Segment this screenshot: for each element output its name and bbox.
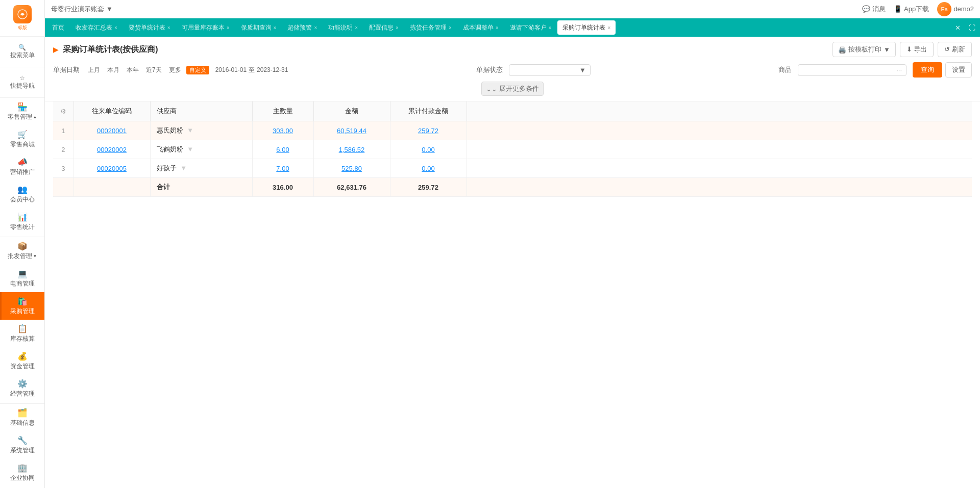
shortcut-this-year[interactable]: 本年 [125,65,141,75]
table-head: ⚙ 往来单位编码 供应商 主数量 金额 [53,101,972,121]
tab-2[interactable]: 要货单统计表 × [124,20,176,35]
tab-4[interactable]: 保质期查询 × [236,20,282,35]
tab-7[interactable]: 配置信息 × [364,20,404,35]
tab-8[interactable]: 拣货任务管理 × [405,20,457,35]
tab-11-close-icon[interactable]: × [607,25,610,31]
sidebar-item-member[interactable]: 👥 会员中心 [0,181,44,208]
message-btn[interactable]: 💬 消息 [862,5,886,14]
row-1-code-link[interactable]: 00020001 [97,127,127,135]
row-2-code-link[interactable]: 00020002 [97,146,127,153]
footer-qty-val: 316.00 [273,184,293,191]
shortcut-more[interactable]: 更多 [167,65,183,75]
row-1-supplier-arrow[interactable]: ▼ [187,126,193,134]
search-menu-area[interactable]: 🔍 搜索菜单 [0,37,44,67]
custom-date-badge[interactable]: 自定义 [186,66,209,74]
refresh-btn[interactable]: ↺ 刷新 [938,42,972,57]
operation-icon: ⚙️ [17,379,28,389]
footer-empty-1 [53,178,74,197]
sidebar-item-retail-stat[interactable]: 📊 零售统计 [0,208,44,236]
sidebar-item-wholesale[interactable]: 📦 批发管理 ▼ [0,237,44,265]
wholesale-icon: 📦 [17,241,28,251]
shortcut-7days[interactable]: 近7天 [144,65,164,75]
shortcut-nav-area[interactable]: ☆ 快捷导航 [0,67,44,98]
sidebar-item-purchase[interactable]: 🛍️ 采购管理 [0,292,44,320]
tab-5-close-icon[interactable]: × [314,25,317,31]
tab-8-close-icon[interactable]: × [449,25,452,31]
row-3-extra [467,159,972,178]
sidebar-item-enterprise[interactable]: 🏢 企业协同 [0,459,44,486]
tab-11[interactable]: 采购订单统计表 × [557,20,616,35]
tab-9-close-icon[interactable]: × [496,25,499,31]
query-btn[interactable]: 查询 [913,62,942,78]
tab-10-label: 邀请下游客户 [510,23,547,32]
tab-10[interactable]: 邀请下游客户 × [505,20,557,35]
row-3-supplier-arrow[interactable]: ▼ [180,164,187,172]
footer-qty: 316.00 [252,178,313,197]
shortcut-nav-item[interactable]: ☆ 快捷导航 [4,71,40,93]
shortcut-last-month[interactable]: 上月 [86,65,102,75]
expand-more-btn[interactable]: ⌄⌄ 展开更多条件 [481,82,544,96]
page-inner: ▶ 采购订单统计表(按供应商) 🖨️ 按模板打印 ▼ ⬇ 导出 ↺ 刷新 [45,37,980,488]
tab-10-close-icon[interactable]: × [549,25,552,31]
row-1-paid-link[interactable]: 259.72 [418,127,438,135]
row-3-qty-link[interactable]: 7.00 [276,165,289,172]
company-selector[interactable]: 母婴行业演示账套 ▼ [51,5,113,14]
search-menu-label: 搜索菜单 [10,51,35,60]
tab-4-close-icon[interactable]: × [274,25,277,31]
status-select[interactable]: ▼ [509,64,591,76]
tab-9[interactable]: 成本调整单 × [458,20,504,35]
sidebar-item-system[interactable]: 🔧 系统管理 [0,431,44,459]
row-1-amount-link[interactable]: 60,519.44 [337,127,366,135]
tab-8-label: 拣货任务管理 [410,23,447,32]
sidebar-item-retail-mall[interactable]: 🛒 零售商城 [0,125,44,153]
date-from[interactable]: 2016-01-01 [215,66,247,73]
sidebar-item-ecommerce[interactable]: 💻 电商管理 [0,265,44,292]
settings-btn[interactable]: 设置 [945,62,972,78]
filter-bar: 单据日期 上月 本月 本年 近7天 更多 自定义 2016-01-01 至 20… [45,57,980,101]
sidebar-item-inventory[interactable]: 📋 库存核算 [0,320,44,347]
row-3-paid-link[interactable]: 0.00 [422,165,434,172]
sidebar-item-operation[interactable]: ⚙️ 经营管理 [0,375,44,402]
goods-search-input[interactable] [802,66,894,74]
tab-1[interactable]: 收发存汇总表 × [70,20,122,35]
sidebar-item-finance[interactable]: 💰 资金管理 [0,347,44,375]
close-tab-btn[interactable]: ✕ [951,21,964,34]
tab-2-close-icon[interactable]: × [167,25,170,31]
tab-7-close-icon[interactable]: × [396,25,399,31]
tab-6[interactable]: 功能说明 × [323,20,363,35]
fullscreen-btn[interactable]: ⛶ [966,21,978,34]
sidebar-item-retail[interactable]: 🏪 零售管理 ▲ [0,98,44,125]
row-2-supplier-arrow[interactable]: ▼ [187,145,193,153]
row-3-code-link[interactable]: 00020005 [97,165,127,172]
app-download-btn[interactable]: 📱 App下载 [894,5,929,14]
tab-3-close-icon[interactable]: × [227,25,230,31]
tab-5[interactable]: 超储预警 × [282,20,322,35]
col-settings-icon[interactable]: ⚙ [60,108,66,115]
row-2-paid-link[interactable]: 0.00 [422,146,434,153]
export-label: 导出 [914,45,927,53]
toggle-filter-btn[interactable]: ▶ [53,45,59,54]
row-2-amount-link[interactable]: 1,586.52 [339,146,365,153]
export-btn[interactable]: ⬇ 导出 [900,42,934,57]
avatar-text: Ea [941,6,948,12]
sidebar-item-basic[interactable]: 🗂️ 基础信息 [0,404,44,431]
row-3-paid: 0.00 [390,159,467,178]
shortcut-this-month[interactable]: 本月 [105,65,121,75]
tab-6-close-icon[interactable]: × [355,25,358,31]
row-1-qty-link[interactable]: 303.00 [273,127,293,135]
tab-home[interactable]: 首页 [47,20,69,35]
topbar-left: 母婴行业演示账套 ▼ [51,5,113,14]
tab-3[interactable]: 可用量库存账本 × [177,20,235,35]
print-btn[interactable]: 🖨️ 按模板打印 ▼ [832,42,896,57]
goods-input[interactable]: ··· [798,64,906,76]
user-profile[interactable]: Ea demo2 [937,2,974,16]
date-to[interactable]: 2023-12-31 [257,66,288,73]
tab-1-close-icon[interactable]: × [114,25,117,31]
row-3-amount-link[interactable]: 525.80 [341,165,362,172]
search-menu-item[interactable]: 🔍 搜索菜单 [4,41,40,63]
goods-more-icon[interactable]: ··· [896,66,902,74]
sidebar-item-marketing[interactable]: 📣 营销推广 [0,153,44,181]
row-2-qty-link[interactable]: 6.00 [276,146,289,153]
row-1-num: 1 [53,121,74,140]
inventory-icon: 📋 [17,324,28,333]
